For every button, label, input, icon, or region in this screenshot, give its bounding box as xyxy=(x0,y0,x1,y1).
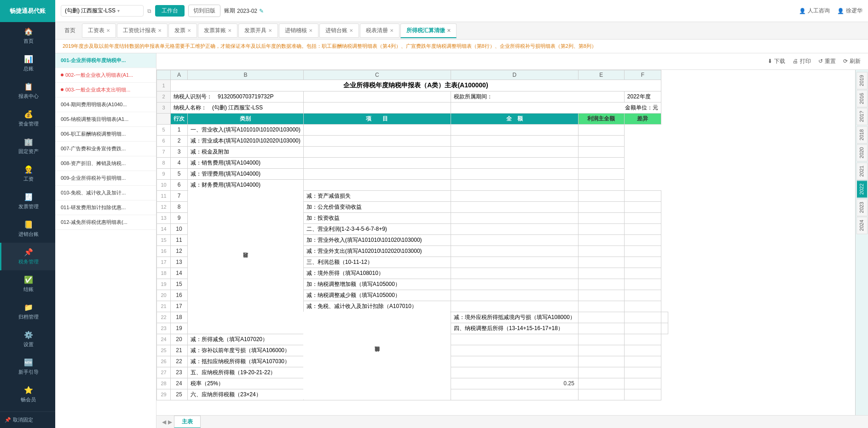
diff[interactable] xyxy=(624,334,661,345)
amount[interactable] xyxy=(451,257,578,268)
profit-amount[interactable] xyxy=(578,257,624,268)
user-profile-button[interactable]: 👤 徐逻华 xyxy=(837,7,862,15)
amount[interactable] xyxy=(303,179,451,190)
diff[interactable] xyxy=(624,301,661,312)
amount[interactable] xyxy=(451,356,578,367)
print-button[interactable]: 🖨 打印 xyxy=(793,57,811,65)
profit-amount[interactable] xyxy=(578,334,624,345)
diff[interactable] xyxy=(624,290,661,301)
profit-amount[interactable] xyxy=(578,201,624,212)
sheet-tab-main[interactable]: 主表 xyxy=(174,416,201,428)
next-sheet-arrow[interactable]: ▶ xyxy=(168,419,172,425)
sidebar-item-invoice_mgmt[interactable]: 🧾发票管理 xyxy=(0,188,55,215)
sidebar-item-newbie[interactable]: 🆕新手引导 xyxy=(0,353,55,381)
year-item-2024[interactable]: 2024 xyxy=(856,217,868,234)
year-item-201?[interactable]: 201? xyxy=(856,108,868,125)
diff[interactable] xyxy=(624,257,661,268)
tab-close-salary[interactable]: ✕ xyxy=(106,28,110,33)
list-item-009[interactable]: 009-企业所得税补亏损明细... xyxy=(55,171,156,186)
profit-amount[interactable] xyxy=(578,279,624,290)
tab-salary_stat[interactable]: 工资统计报表✕ xyxy=(117,23,168,38)
tab-close-invoice_calc[interactable]: ✕ xyxy=(228,28,231,33)
tab-close-invoice[interactable]: ✕ xyxy=(187,28,191,33)
amount[interactable] xyxy=(451,389,578,400)
tab-invoice[interactable]: 发票✕ xyxy=(168,23,197,38)
year-item-2021[interactable]: 2021 xyxy=(856,162,868,180)
profit-amount[interactable] xyxy=(578,389,624,400)
diff[interactable] xyxy=(578,124,624,135)
tab-import_verify[interactable]: 进销稽核✕ xyxy=(279,23,318,38)
tab-close-tax_clear[interactable]: ✕ xyxy=(390,28,393,33)
profit-amount[interactable] xyxy=(578,268,624,279)
list-item-008[interactable]: 008-资产折旧、摊销及纳税... xyxy=(55,156,156,171)
list-item-005[interactable]: 005-纳税调整项目明细表(A1... xyxy=(55,112,156,127)
diff[interactable] xyxy=(578,179,624,190)
tab-close-import_verify[interactable]: ✕ xyxy=(309,28,312,33)
profit-amount[interactable] xyxy=(451,135,578,146)
unpin-button[interactable]: 📌 取消固定 xyxy=(0,411,55,428)
profit-amount[interactable] xyxy=(578,212,624,223)
list-item-002[interactable]: 002-一般企业收入明细表(A1... xyxy=(55,68,156,83)
amount[interactable] xyxy=(303,168,451,179)
sidebar-item-fund[interactable]: 💰资金管理 xyxy=(0,105,55,132)
sidebar-item-settlement[interactable]: ✅结账 xyxy=(0,270,55,298)
amount[interactable]: 0.25 xyxy=(451,378,578,389)
amount[interactable] xyxy=(578,323,624,334)
amount[interactable] xyxy=(578,312,624,323)
sidebar-item-home[interactable]: 🏠首页 xyxy=(0,22,55,50)
year-item-2018[interactable]: 2018 xyxy=(856,126,868,143)
list-item-004[interactable]: 004-期间费用明细表(A1040... xyxy=(55,97,156,112)
diff[interactable] xyxy=(624,389,661,400)
diff[interactable] xyxy=(624,212,661,223)
amount[interactable] xyxy=(451,201,578,212)
amount[interactable] xyxy=(303,124,451,135)
sidebar-item-report[interactable]: 📋报表中心 xyxy=(0,77,55,105)
tab-salary[interactable]: 工资表✕ xyxy=(82,23,116,38)
tab-home[interactable]: 首页 xyxy=(59,24,81,37)
year-item-2023[interactable]: 2023 xyxy=(856,199,868,216)
profit-amount[interactable] xyxy=(578,345,624,356)
workbench-button[interactable]: 工作台 xyxy=(155,5,185,17)
profit-amount[interactable] xyxy=(624,323,661,334)
amount[interactable] xyxy=(303,157,451,168)
tab-close-income_tax[interactable]: ✕ xyxy=(447,28,451,33)
diff[interactable] xyxy=(578,168,624,179)
profit-amount[interactable] xyxy=(578,190,624,201)
profit-amount[interactable] xyxy=(451,179,578,190)
amount[interactable] xyxy=(451,334,578,345)
tab-income_tax[interactable]: 所得税汇算清缴✕ xyxy=(400,23,457,38)
diff[interactable] xyxy=(661,323,668,334)
sidebar-item-ledger[interactable]: 📊总账 xyxy=(0,50,55,77)
profit-amount[interactable] xyxy=(451,124,578,135)
profit-amount[interactable] xyxy=(624,312,661,323)
copy-icon[interactable]: ⧉ xyxy=(147,8,151,14)
sidebar-item-import_ledger_nav[interactable]: 📒进销台账 xyxy=(0,215,55,243)
sidebar-item-salary[interactable]: 👷工资 xyxy=(0,160,55,188)
amount[interactable] xyxy=(303,135,451,146)
year-item-2020[interactable]: 2020 xyxy=(856,144,868,161)
list-item-012[interactable]: 012-减免所得税优惠明细表(... xyxy=(55,215,156,230)
switch-version-button[interactable]: 切到旧版 xyxy=(188,5,220,17)
reset-button[interactable]: ↺ 重置 xyxy=(818,57,836,65)
diff[interactable] xyxy=(624,345,661,356)
diff[interactable] xyxy=(624,268,661,279)
tab-invoice_open[interactable]: 发票开具✕ xyxy=(238,23,278,38)
profit-amount[interactable] xyxy=(578,290,624,301)
diff[interactable] xyxy=(624,378,661,389)
sidebar-item-tax_mgmt[interactable]: 📌税务管理 xyxy=(0,243,55,270)
amount[interactable] xyxy=(451,245,578,257)
diff[interactable] xyxy=(624,356,661,367)
diff[interactable] xyxy=(624,279,661,290)
amount[interactable] xyxy=(451,367,578,378)
amount[interactable] xyxy=(451,190,578,201)
sidebar-item-member[interactable]: ⭐畅会员 xyxy=(0,381,55,408)
list-item-007[interactable]: 007-广告费和业务宣传费跌... xyxy=(55,142,156,156)
amount[interactable] xyxy=(451,212,578,223)
company-selector[interactable]: (勾删) 江西服宝-LSS ▾ xyxy=(61,5,144,17)
refresh-button[interactable]: ⟳ 刷新 xyxy=(843,57,861,65)
year-item-2016[interactable]: 2016 xyxy=(856,90,868,107)
profit-amount[interactable] xyxy=(578,223,624,234)
diff[interactable] xyxy=(624,245,661,257)
profit-amount[interactable] xyxy=(578,234,624,245)
amount[interactable] xyxy=(451,290,578,301)
